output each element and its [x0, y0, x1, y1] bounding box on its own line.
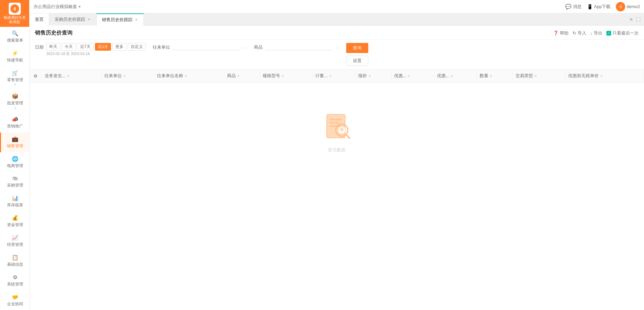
sidebar-item-sales-mgmt[interactable]: 💼 销售管理 — [0, 133, 29, 152]
sidebar-item-label: 资金管理 — [7, 222, 23, 228]
message-btn[interactable]: 💬 消息 — [565, 4, 582, 10]
marketing-icon: 📣 — [12, 116, 18, 122]
sidebar-item-system-mgmt[interactable]: ⚙ 系统管理 — [0, 271, 29, 291]
sidebar-item-purchase-mgmt[interactable]: 🛍 采购管理 — [0, 172, 29, 192]
search-menu-icon: 🔍 — [12, 30, 18, 37]
import-btn[interactable]: ↻ 导入 — [573, 30, 586, 36]
product-input-dots[interactable]: ... — [335, 44, 339, 50]
sidebar-item-retail-mgmt[interactable]: 🛒 零售管理 ▼ — [0, 66, 29, 90]
sidebar-item-quick-nav[interactable]: ⚡ 快捷导航 — [0, 47, 29, 66]
sort-icon: ⇅ — [237, 74, 239, 78]
maximize-btn[interactable]: ⛶ — [636, 17, 641, 22]
date-btn-last7[interactable]: 近7天 — [77, 43, 94, 51]
svg-point-9 — [340, 128, 343, 131]
sort-icon: ⇅ — [368, 74, 371, 78]
date-btn-last1m[interactable]: 近1月 — [95, 43, 111, 51]
sidebar-item-business-mgmt[interactable]: 📈 经营管理 — [0, 231, 29, 251]
tab-sales-history-close[interactable]: × — [135, 17, 138, 22]
sales-mgmt-icon: 💼 — [12, 136, 18, 142]
tabbar-actions: ✕ ⛶ — [626, 17, 644, 22]
close-all-tabs-btn[interactable]: ✕ — [629, 17, 633, 22]
th-pretax-price[interactable]: 优惠前无税单价 ⇅ — [566, 69, 644, 83]
sort-icon: ⇅ — [329, 74, 332, 78]
tab-purchase-history[interactable]: 采购历史价跟踪 × — [49, 13, 97, 25]
settings-icon: ⚙ — [34, 73, 38, 79]
th-quote[interactable]: 报价 ⇅ — [356, 69, 391, 83]
sidebar-item-basic-info[interactable]: 📋 基础信息 — [0, 251, 29, 271]
th-trade-type-label: 交易类型 — [516, 73, 533, 78]
sidebar-item-label: 营销推广 — [7, 123, 23, 129]
table-container: ⚙ 业务发生... ⇅ 往来单位 ⇅ 往来单位名称 ⇅ — [30, 69, 644, 310]
empty-text: 暂无数据 — [328, 147, 345, 153]
tab-purchase-history-label: 采购历史价跟踪 — [55, 16, 85, 22]
tab-sales-history[interactable]: 销售历史价跟踪 × — [97, 13, 144, 25]
sort-icon: ⇅ — [281, 74, 284, 78]
import-icon: ↻ — [573, 31, 576, 36]
date-btn-yesterday[interactable]: 昨天 — [46, 43, 60, 51]
sidebar-item-wholesale-mgmt[interactable]: 📦 批发管理 ▲ — [0, 90, 29, 113]
settings-button[interactable]: 设置 — [346, 56, 368, 66]
th-trade-type[interactable]: 交易类型 ⇅ — [513, 69, 566, 83]
sidebar-item-label: 电商管理 — [7, 163, 23, 169]
partner-input[interactable] — [173, 43, 240, 50]
export-btn[interactable]: ↓ 导出 — [590, 30, 603, 36]
account-dropdown[interactable]: 办公用品行业模拟账套 ▾ — [34, 4, 81, 10]
th-partner-code-label: 往来单位 — [104, 73, 122, 78]
logo-text: 畅捷通好生意 标准版 — [2, 15, 27, 24]
filter-area: 日期 昨天 今天 近7天 近1月 更多 自定义 2023-02-18 至 202… — [30, 40, 644, 69]
sidebar-item-marketing[interactable]: 📣 营销推广 — [0, 113, 29, 133]
only-last-checkbox[interactable]: ✓ 只看最后一次 — [606, 30, 639, 36]
th-unit[interactable]: 计量... ⇅ — [313, 69, 356, 83]
app-download-label: App下载 — [594, 4, 610, 10]
sidebar-menu: 🔍 搜索菜单 ⚡ 快捷导航 🛒 零售管理 ▼ 📦 批发管理 ▲ 📣 营销推广 💼… — [0, 27, 29, 310]
app-download-icon: 📱 — [587, 4, 593, 9]
sidebar-item-search-menu[interactable]: 🔍 搜索菜单 — [0, 27, 29, 47]
th-spec[interactable]: 规格型号 ⇅ — [260, 69, 313, 83]
th-biz-date[interactable]: 业务发生... ⇅ — [42, 69, 102, 83]
partner-input-group: ... — [173, 43, 247, 50]
sidebar-item-label: 快捷导航 — [7, 57, 23, 63]
tabbar: 首页 采购历史价跟踪 × 销售历史价跟踪 × ✕ ⛶ — [30, 13, 644, 25]
account-name: 办公用品行业模拟账套 — [34, 4, 77, 10]
sidebar-item-finance-mgmt[interactable]: 💰 资金管理 — [0, 211, 29, 231]
query-button[interactable]: 查询 — [346, 43, 368, 53]
svg-rect-3 — [329, 119, 342, 120]
sidebar-item-ecommerce-mgmt[interactable]: 🌐 电商管理 — [0, 152, 29, 172]
business-mgmt-icon: 📈 — [12, 235, 18, 241]
product-input[interactable] — [265, 43, 332, 50]
th-discount2[interactable]: 优惠... ⇅ — [434, 69, 477, 83]
date-btn-more[interactable]: 更多 — [112, 43, 126, 51]
wholesale-mgmt-icon: 📦 — [12, 93, 18, 99]
date-btn-today[interactable]: 今天 — [62, 43, 76, 51]
sort-icon: ⇅ — [408, 74, 410, 78]
th-biz-date-label: 业务发生... — [45, 73, 66, 78]
tab-purchase-history-close[interactable]: × — [87, 17, 91, 22]
app-download-btn[interactable]: 📱 App下载 — [587, 4, 610, 10]
empty-icon — [320, 109, 354, 143]
th-quantity[interactable]: 数量 ⇅ — [477, 69, 513, 83]
help-btn[interactable]: ❓ 帮助 — [553, 30, 569, 36]
sidebar-item-label: 经营管理 — [7, 242, 23, 248]
user-profile[interactable]: d demo2 — [616, 2, 640, 11]
th-product[interactable]: 商品 ⇅ — [224, 69, 260, 83]
th-pretax-price-label: 优惠前无税单价 — [568, 73, 599, 78]
sidebar-item-enterprise-collab[interactable]: 🤝 企业协同 — [0, 291, 29, 310]
sort-icon: ⇅ — [600, 74, 603, 78]
logo-area: 6 畅捷通好生意 标准版 — [0, 0, 29, 27]
topbar: 办公用品行业模拟账套 ▾ 💬 消息 📱 App下载 d demo2 — [30, 0, 644, 13]
tab-home[interactable]: 首页 — [30, 13, 49, 25]
th-partner-code[interactable]: 往来单位 ⇅ — [102, 69, 154, 83]
user-name: demo2 — [627, 4, 640, 9]
th-discount1[interactable]: 优惠... ⇅ — [391, 69, 434, 83]
partner-input-dots[interactable]: ... — [243, 44, 247, 50]
sidebar-item-inventory[interactable]: 📊 库存核算 — [0, 192, 29, 211]
th-unit-label: 计量... — [315, 73, 328, 78]
th-partner-name[interactable]: 往来单位名称 ⇅ — [154, 69, 224, 83]
th-settings[interactable]: ⚙ — [30, 69, 42, 83]
sidebar-item-label: 库存核算 — [7, 202, 23, 208]
date-btn-custom[interactable]: 自定义 — [128, 43, 146, 51]
date-filter-label: 日期 — [35, 43, 44, 50]
sort-icon: ⇅ — [123, 74, 126, 78]
purchase-mgmt-icon: 🛍 — [12, 175, 18, 182]
th-discount2-label: 优惠... — [437, 73, 449, 78]
